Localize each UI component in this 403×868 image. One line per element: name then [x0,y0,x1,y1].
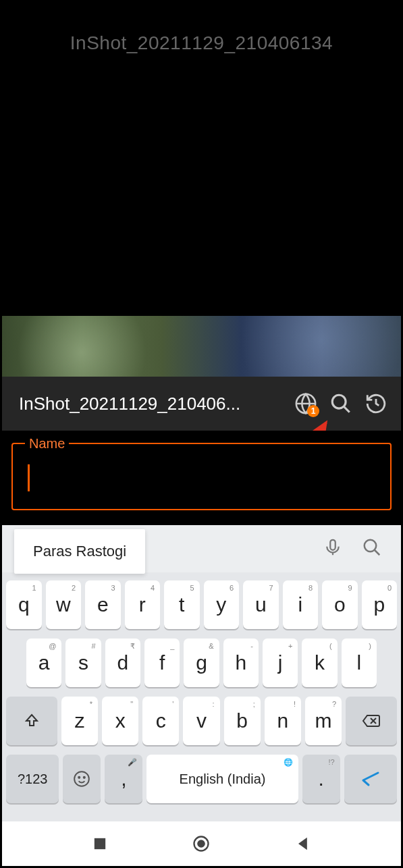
key-,[interactable]: ,🎤 [105,755,142,803]
key-shift[interactable] [6,697,57,745]
keyboard-search-icon[interactable] [362,537,382,560]
key-j[interactable]: j+ [263,639,298,687]
key-o[interactable]: o9 [322,580,358,629]
key-w[interactable]: w2 [46,580,82,629]
key-s[interactable]: s# [65,639,101,687]
key-y[interactable]: y6 [204,580,240,629]
file-toolbar: InShot_20211129_210406... 1 [2,377,401,431]
history-icon[interactable] [365,392,387,415]
svg-rect-7 [95,838,105,849]
key-backspace[interactable] [346,697,397,745]
svg-point-3 [365,540,377,552]
key-m[interactable]: m? [305,697,342,745]
key-u[interactable]: u7 [243,580,279,629]
key-enter[interactable] [344,755,397,803]
svg-point-4 [75,771,90,786]
text-cursor [28,464,30,491]
home-button[interactable] [192,834,211,853]
name-input[interactable]: Name [11,443,392,510]
key-p[interactable]: p0 [362,580,398,629]
video-preview-area: InShot_20211129_210406134 [2,2,401,316]
key-f[interactable]: f_ [144,639,180,687]
key-space[interactable]: English (India)🌐 [146,755,298,803]
video-thumbnail-strip [2,316,401,377]
search-icon[interactable] [329,392,352,415]
svg-rect-2 [330,540,335,550]
svg-point-6 [84,777,85,778]
key-n[interactable]: n! [265,697,301,745]
name-input-panel: Name [2,431,401,525]
key-b[interactable]: b; [224,697,261,745]
svg-point-9 [198,840,206,848]
key-.[interactable]: .!? [302,755,340,803]
key-symbols[interactable]: ?123 [6,755,59,803]
key-c[interactable]: c' [142,697,179,745]
key-t[interactable]: t5 [164,580,200,629]
voice-input-icon[interactable] [323,537,343,560]
key-d[interactable]: d₹ [105,639,140,687]
globe-icon[interactable]: 1 [294,392,317,415]
keyboard: Paras Rastogi q1w2e3r4t5y6u7i8o9p0 a@s#d… [2,525,401,821]
android-navbar [2,821,401,866]
name-field-label: Name [25,436,69,452]
key-emoji[interactable] [63,755,101,803]
back-button[interactable] [294,834,313,853]
suggestion-chip[interactable]: Paras Rastogi [14,529,145,574]
file-name-label: InShot_20211129_210406... [19,394,282,414]
key-z[interactable]: z* [61,697,98,745]
video-title: InShot_20211129_210406134 [2,2,401,54]
key-v[interactable]: v: [183,697,219,745]
svg-point-5 [79,777,80,778]
key-r[interactable]: r4 [125,580,161,629]
key-l[interactable]: l) [342,639,377,687]
svg-point-1 [332,395,346,408]
key-x[interactable]: x" [102,697,138,745]
key-a[interactable]: a@ [26,639,61,687]
notification-badge: 1 [307,405,319,417]
recent-apps-button[interactable] [90,834,109,853]
key-e[interactable]: e3 [85,580,121,629]
key-h[interactable]: h- [223,639,259,687]
key-g[interactable]: g& [184,639,219,687]
key-q[interactable]: q1 [6,580,42,629]
suggestion-bar: Paras Rastogi [2,525,401,572]
key-i[interactable]: i8 [283,580,319,629]
key-k[interactable]: k( [302,639,337,687]
